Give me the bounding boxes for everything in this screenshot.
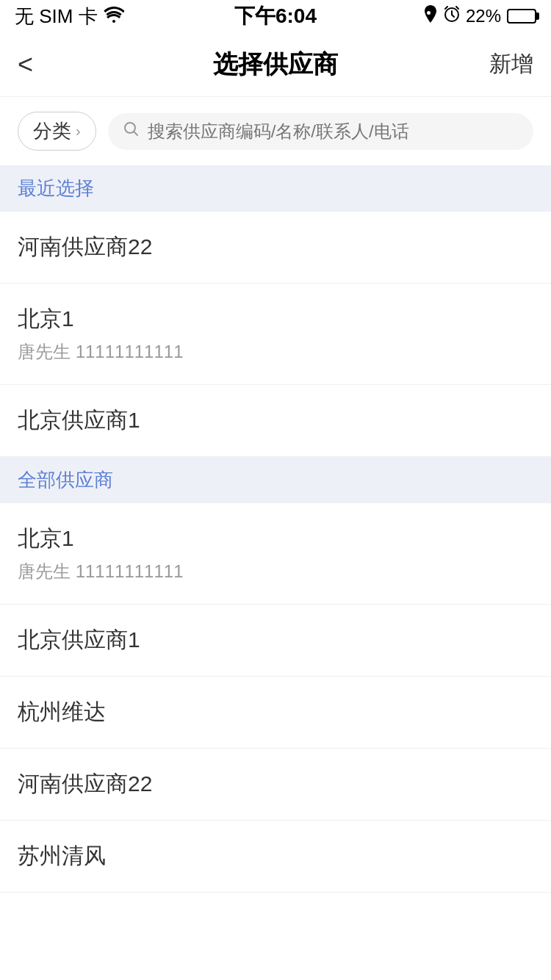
supplier-name: 杭州维达 bbox=[18, 697, 533, 727]
nav-bar: < 选择供应商 新增 bbox=[0, 32, 551, 97]
alarm-icon bbox=[444, 5, 460, 27]
status-bar: 无 SIM 卡 下午6:04 22% bbox=[0, 0, 551, 32]
battery-percentage: 22% bbox=[466, 6, 501, 26]
supplier-name: 北京1 bbox=[18, 524, 533, 554]
status-time: 下午6:04 bbox=[234, 2, 317, 30]
supplier-name: 河南供应商22 bbox=[18, 232, 533, 262]
category-label: 分类 bbox=[33, 118, 71, 144]
back-button[interactable]: < bbox=[18, 49, 62, 80]
list-item[interactable]: 河南供应商22 bbox=[0, 212, 551, 284]
supplier-name: 北京供应商1 bbox=[18, 406, 533, 436]
status-left: 无 SIM 卡 bbox=[15, 4, 124, 29]
list-item[interactable]: 杭州维达 bbox=[0, 677, 551, 749]
battery-icon bbox=[507, 9, 536, 24]
supplier-name: 苏州清风 bbox=[18, 841, 533, 871]
supplier-contact: 唐先生 11111111111 bbox=[18, 560, 533, 583]
status-right: 22% bbox=[423, 5, 536, 27]
list-item[interactable]: 北京1唐先生 11111111111 bbox=[0, 284, 551, 385]
list-item[interactable]: 北京供应商1 bbox=[0, 605, 551, 677]
supplier-name: 北京供应商1 bbox=[18, 625, 533, 655]
category-filter[interactable]: 分类 › bbox=[18, 112, 96, 151]
supplier-list: 最近选择河南供应商22北京1唐先生 11111111111北京供应商1全部供应商… bbox=[0, 165, 551, 893]
add-button[interactable]: 新增 bbox=[489, 49, 533, 79]
search-box[interactable] bbox=[108, 113, 533, 150]
location-icon bbox=[423, 5, 438, 27]
chevron-right-icon: › bbox=[76, 123, 81, 140]
search-input[interactable] bbox=[148, 121, 519, 142]
section-header-all: 全部供应商 bbox=[0, 457, 551, 503]
supplier-name: 北京1 bbox=[18, 304, 533, 334]
list-item[interactable]: 北京供应商1 bbox=[0, 385, 551, 457]
list-item[interactable]: 河南供应商22 bbox=[0, 749, 551, 821]
filter-row: 分类 › bbox=[0, 97, 551, 165]
list-item[interactable]: 苏州清风 bbox=[0, 821, 551, 893]
no-sim-text: 无 SIM 卡 bbox=[15, 4, 98, 29]
section-header-recent: 最近选择 bbox=[0, 165, 551, 212]
search-icon bbox=[123, 120, 140, 143]
page-title: 选择供应商 bbox=[213, 48, 338, 82]
supplier-contact: 唐先生 11111111111 bbox=[18, 340, 533, 364]
wifi-icon bbox=[104, 5, 124, 28]
supplier-name: 河南供应商22 bbox=[18, 769, 533, 799]
list-item[interactable]: 北京1唐先生 11111111111 bbox=[0, 503, 551, 605]
